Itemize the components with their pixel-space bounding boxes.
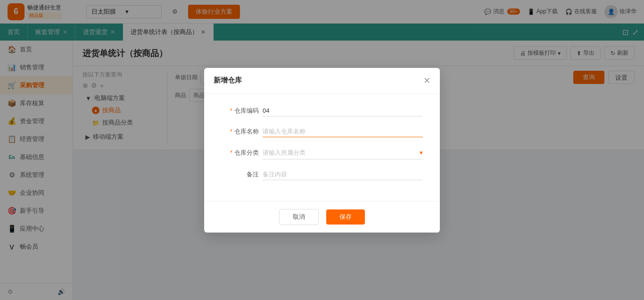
category-placeholder: 请输入所属分类 [263, 149, 305, 157]
name-required-mark: * [230, 128, 232, 135]
cancel-button[interactable]: 取消 [279, 209, 319, 225]
warehouse-code-input[interactable] [263, 105, 423, 117]
name-label: *仓库名称 [221, 127, 259, 136]
dialog-title: 新增仓库 [214, 76, 242, 85]
dialog-header: 新增仓库 ✕ [204, 68, 440, 94]
code-label: *仓库编码 [221, 107, 259, 115]
save-button[interactable]: 保存 [326, 209, 365, 225]
category-select[interactable]: 请输入所属分类 ▾ [263, 147, 423, 159]
form-row-name: *仓库名称 [221, 126, 423, 137]
remark-input[interactable] [263, 169, 423, 180]
category-chevron-icon: ▾ [420, 149, 423, 156]
dialog-overlay: 新增仓库 ✕ *仓库编码 *仓库名称 *仓库分类 [0, 0, 644, 300]
form-row-code: *仓库编码 [221, 105, 423, 117]
warehouse-name-input[interactable] [263, 126, 423, 137]
form-row-category: *仓库分类 请输入所属分类 ▾ [221, 147, 423, 159]
add-warehouse-dialog: 新增仓库 ✕ *仓库编码 *仓库名称 *仓库分类 [204, 68, 440, 233]
dialog-footer: 取消 保存 [204, 201, 440, 233]
dialog-body: *仓库编码 *仓库名称 *仓库分类 请输入所属分类 ▾ [204, 94, 440, 201]
category-required-mark: * [230, 149, 232, 156]
remark-label: 备注 [221, 170, 259, 179]
code-required-mark: * [230, 107, 232, 114]
category-label: *仓库分类 [221, 149, 259, 157]
form-row-remark: 备注 [221, 169, 423, 180]
close-dialog-icon[interactable]: ✕ [423, 75, 430, 86]
